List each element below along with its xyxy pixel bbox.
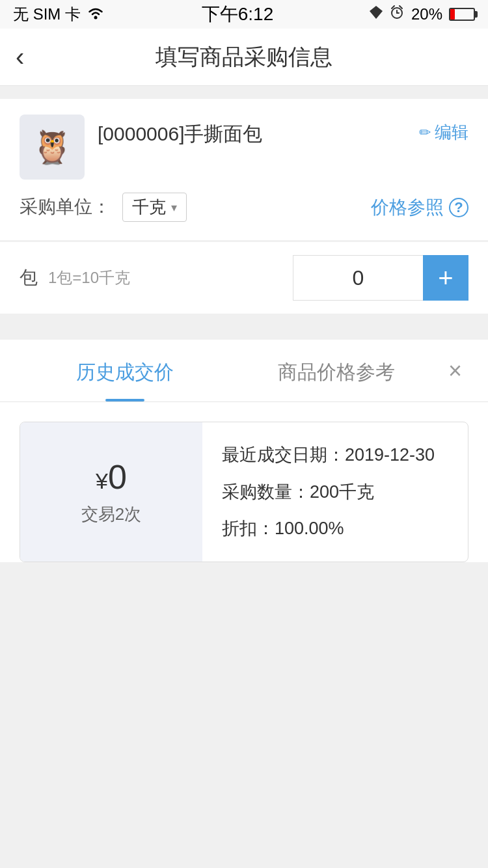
price-amount: ¥0 <box>96 457 127 496</box>
qty-value: 200千克 <box>310 482 374 502</box>
carrier-text: 无 SIM 卡 <box>13 4 81 25</box>
date-value: 2019-12-30 <box>345 445 435 465</box>
product-thumb-icon: 🦉 <box>32 128 72 166</box>
product-unit-row: 采购单位： 千克 ▾ 价格参照 ? <box>20 193 468 222</box>
price-trade-count: 交易2次 <box>81 503 141 526</box>
product-thumbnail: 🦉 <box>20 115 85 180</box>
time-display: 下午6:12 <box>202 2 274 27</box>
product-left: 🦉 [0000006]手撕面包 <box>20 115 262 180</box>
back-button[interactable]: ‹ <box>16 42 24 72</box>
currency-symbol: ¥ <box>96 468 108 493</box>
location-icon <box>370 5 383 24</box>
unit-arrow-icon: ▾ <box>171 200 177 215</box>
tab-history-price-label: 历史成交价 <box>76 361 174 383</box>
unit-row-left: 采购单位： 千克 ▾ <box>20 193 187 222</box>
page-title: 填写商品采购信息 <box>156 42 332 72</box>
nav-bar: ‹ 填写商品采购信息 <box>0 29 488 86</box>
wifi-icon <box>86 5 105 23</box>
tab-history-price[interactable]: 历史成交价 <box>20 340 230 401</box>
product-card: 🦉 [0000006]手撕面包 ✏ 编辑 采购单位： 千克 ▾ 价格参照 ? <box>0 99 488 240</box>
recent-trade-date: 最近成交日期：2019-12-30 <box>222 442 448 468</box>
amount-value: 0 <box>108 458 127 496</box>
price-right-panel: 最近成交日期：2019-12-30 采购数量：200千克 折扣：100.00% <box>202 422 468 562</box>
quantity-input-group: + <box>293 255 468 301</box>
unit-select[interactable]: 千克 ▾ <box>122 193 187 222</box>
tabs-section: 历史成交价 商品价格参考 × ¥0 交易2次 最近成交日期：2019-12-30… <box>0 340 488 562</box>
quantity-row: 包 1包=10千克 + <box>0 241 488 314</box>
tab-product-price-ref[interactable]: 商品价格参考 <box>230 340 441 401</box>
status-bar: 无 SIM 卡 下午6:12 20% <box>0 0 488 29</box>
alarm-icon <box>389 5 405 24</box>
battery-percent: 20% <box>411 5 442 23</box>
quantity-input[interactable] <box>293 255 423 301</box>
tabs-header: 历史成交价 商品价格参考 × <box>0 340 488 402</box>
product-header: 🦉 [0000006]手撕面包 ✏ 编辑 <box>20 115 468 180</box>
edit-icon: ✏ <box>419 124 431 141</box>
svg-point-0 <box>94 16 98 20</box>
price-ref-link[interactable]: 价格参照 ? <box>371 195 468 220</box>
discount-info: 折扣：100.00% <box>222 515 448 542</box>
product-full-name: [0000006]手撕面包 <box>98 121 262 148</box>
unit-label: 采购单位： <box>20 197 111 217</box>
discount-label: 折扣： <box>222 519 275 538</box>
edit-link[interactable]: ✏ 编辑 <box>419 121 468 144</box>
help-icon: ? <box>449 198 468 217</box>
status-left: 无 SIM 卡 <box>13 4 105 25</box>
unit-icon: 包 <box>20 265 38 290</box>
separator <box>0 314 488 327</box>
discount-value: 100.00% <box>275 519 344 538</box>
quantity-unit-info: 包 1包=10千克 <box>20 265 130 290</box>
unit-value: 千克 <box>132 196 166 219</box>
purchase-quantity: 采购数量：200千克 <box>222 479 448 506</box>
quantity-plus-button[interactable]: + <box>423 255 468 301</box>
unit-conversion: 1包=10千克 <box>48 267 130 288</box>
status-right: 20% <box>370 5 475 24</box>
qty-label: 采购数量： <box>222 482 310 502</box>
price-card: ¥0 交易2次 最近成交日期：2019-12-30 采购数量：200千克 折扣：… <box>20 422 468 562</box>
date-label: 最近成交日期： <box>222 445 345 465</box>
tab-product-price-ref-label: 商品价格参考 <box>278 361 395 383</box>
edit-label: 编辑 <box>435 121 468 144</box>
battery-icon <box>449 8 475 21</box>
price-ref-label: 价格参照 <box>371 195 444 220</box>
tabs-close-button[interactable]: × <box>442 351 468 391</box>
price-left-panel: ¥0 交易2次 <box>20 422 202 562</box>
